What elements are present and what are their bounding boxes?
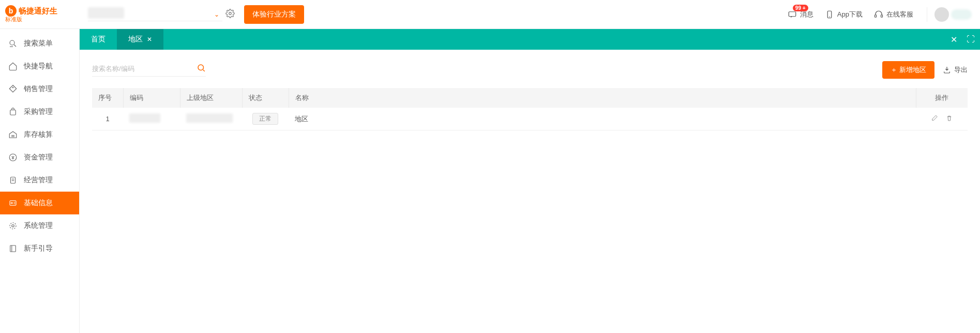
- user-menu[interactable]: [927, 7, 972, 22]
- sidebar-item-basic-info[interactable]: 基础信息: [0, 192, 79, 214]
- svg-rect-1: [789, 11, 796, 16]
- sidebar-item-label: 搜索菜单: [24, 39, 53, 48]
- sidebar-item-label: 基础信息: [24, 198, 53, 208]
- avatar: [934, 7, 949, 22]
- add-region-button[interactable]: ＋ 新增地区: [882, 61, 934, 79]
- org-name-redacted: [88, 7, 124, 19]
- sidebar-item-sales[interactable]: 销售管理: [0, 78, 79, 100]
- chevron-down-icon[interactable]: ⌄: [214, 11, 219, 18]
- search-icon[interactable]: [197, 63, 206, 74]
- logo-icon: b: [5, 5, 17, 17]
- headset-icon: [874, 10, 883, 19]
- search-input[interactable]: [92, 65, 197, 73]
- sidebar-item-funds[interactable]: 资金管理: [0, 146, 79, 169]
- cell-parent: [180, 108, 242, 131]
- support-link[interactable]: 在线客服: [874, 10, 913, 19]
- svg-point-18: [11, 202, 12, 204]
- brand-name: 畅捷通好生: [19, 6, 57, 16]
- sidebar-item-inventory[interactable]: 库存核算: [0, 123, 79, 146]
- sidebar-item-business[interactable]: 经营管理: [0, 169, 79, 192]
- svg-line-26: [203, 70, 205, 71]
- warehouse-icon: [8, 130, 18, 139]
- fullscreen-icon[interactable]: ⛶: [967, 35, 975, 44]
- svg-rect-4: [875, 15, 877, 17]
- export-button[interactable]: 导出: [943, 65, 968, 75]
- tag-icon: [8, 84, 18, 94]
- add-region-label: 新增地区: [899, 65, 926, 75]
- search-box: [92, 63, 206, 77]
- home-icon: [8, 62, 18, 71]
- app-download-label: App下载: [837, 10, 863, 19]
- delete-icon[interactable]: [945, 114, 953, 124]
- tab-label: 首页: [91, 35, 105, 44]
- money-icon: [8, 153, 18, 162]
- tab-home[interactable]: 首页: [80, 29, 117, 50]
- search-menu-icon: [8, 39, 18, 48]
- svg-point-0: [229, 12, 232, 15]
- sidebar-item-label: 销售管理: [24, 84, 53, 94]
- sidebar-item-purchase[interactable]: 采购管理: [0, 100, 79, 123]
- sidebar-item-label: 新手引导: [24, 244, 53, 253]
- table-row: 1 正常 地区: [92, 108, 968, 131]
- messages-link[interactable]: 99 + 消息: [788, 10, 813, 19]
- book-icon: [8, 244, 18, 253]
- system-icon: [8, 221, 18, 230]
- cell-index: 1: [92, 108, 123, 131]
- cta-button[interactable]: 体验行业方案: [244, 5, 304, 24]
- svg-point-25: [198, 65, 204, 70]
- export-icon: [943, 66, 951, 74]
- close-icon[interactable]: ✕: [147, 36, 152, 43]
- sidebar-item-label: 快捷导航: [24, 62, 53, 71]
- sidebar-item-guide[interactable]: 新手引导: [0, 237, 79, 260]
- gear-icon[interactable]: [225, 9, 235, 20]
- cell-status: 正常: [242, 108, 289, 131]
- org-selector[interactable]: [88, 7, 222, 21]
- svg-point-6: [10, 40, 14, 45]
- svg-line-7: [14, 45, 16, 47]
- th-parent: 上级地区: [180, 88, 242, 108]
- clipboard-icon: [8, 176, 18, 185]
- cell-actions: [916, 108, 968, 131]
- sidebar-item-label: 采购管理: [24, 107, 53, 117]
- th-action: 操作: [916, 88, 968, 108]
- sidebar-item-system[interactable]: 系统管理: [0, 214, 79, 237]
- cell-name: 地区: [289, 108, 916, 131]
- svg-point-22: [12, 225, 14, 227]
- app-download-link[interactable]: App下载: [825, 10, 863, 19]
- svg-point-9: [12, 87, 13, 88]
- mobile-icon: [825, 10, 834, 19]
- close-all-icon[interactable]: ✕: [951, 35, 957, 45]
- user-name-redacted: [951, 9, 972, 20]
- support-label: 在线客服: [886, 10, 913, 19]
- svg-point-21: [10, 223, 16, 229]
- status-badge: 正常: [252, 113, 278, 125]
- edit-icon[interactable]: [930, 114, 938, 124]
- sidebar: 搜索菜单 快捷导航 销售管理 采购管理 库存核算 资金管理 经营管理 基础信息: [0, 29, 80, 333]
- svg-rect-23: [10, 245, 16, 252]
- tab-bar: 首页 地区 ✕ ✕ ⛶: [80, 29, 980, 50]
- th-code: 编码: [123, 88, 180, 108]
- redacted: [129, 113, 160, 123]
- svg-rect-10: [10, 110, 16, 115]
- th-name: 名称: [289, 88, 916, 108]
- tab-label: 地区: [128, 35, 143, 44]
- plus-icon: ＋: [891, 65, 897, 75]
- bag-icon: [8, 107, 18, 117]
- brand-edition: 标准版: [5, 16, 22, 23]
- brand-logo: b 畅捷通好生 标准版: [0, 5, 72, 23]
- redacted: [186, 113, 233, 123]
- region-table: 序号 编码 上级地区 状态 名称 操作 1 正常 地区: [92, 88, 968, 131]
- sidebar-item-label: 经营管理: [24, 176, 53, 185]
- export-label: 导出: [954, 65, 968, 75]
- svg-rect-5: [881, 15, 883, 17]
- sidebar-item-label: 系统管理: [24, 221, 53, 230]
- th-status: 状态: [242, 88, 289, 108]
- messages-badge: 99 +: [793, 5, 808, 11]
- tab-region[interactable]: 地区 ✕: [117, 29, 163, 50]
- sidebar-item-search-menu[interactable]: 搜索菜单: [0, 32, 79, 55]
- cell-code: [123, 108, 180, 131]
- sidebar-item-quick-nav[interactable]: 快捷导航: [0, 55, 79, 78]
- sidebar-item-label: 资金管理: [24, 153, 53, 162]
- svg-rect-14: [11, 177, 16, 183]
- th-index: 序号: [92, 88, 123, 108]
